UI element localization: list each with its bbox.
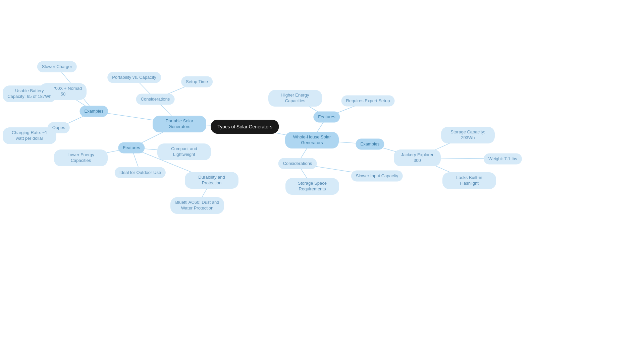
- node-lower_energy[interactable]: Lower Energy Capacities: [54, 149, 108, 166]
- node-weight_71[interactable]: Weight: 7.1 lbs: [484, 154, 522, 165]
- node-usable_battery[interactable]: Usable Battery Capacity: 65 of 187Wh: [3, 85, 56, 102]
- node-wh_features[interactable]: Features: [313, 112, 340, 123]
- node-wholehouse[interactable]: Whole-House Solar Generators: [285, 132, 339, 148]
- center-node[interactable]: Types of Solar Generators: [211, 120, 279, 134]
- node-portability_capacity[interactable]: Portability vs. Capacity: [107, 72, 161, 83]
- node-jackery[interactable]: Jackery Explorer 300: [394, 149, 441, 166]
- node-portable_considerations[interactable]: Considerations: [136, 94, 175, 105]
- node-bluetti[interactable]: Bluetti AC60: Dust and Water Protection: [170, 197, 224, 214]
- node-requires_expert[interactable]: Requires Expert Setup: [341, 96, 395, 107]
- node-storage_293[interactable]: Storage Capacity: 293Wh: [441, 127, 495, 143]
- node-compact_lightweight[interactable]: Compact and Lightweight: [157, 143, 211, 160]
- node-slower_charger[interactable]: Slower Charger: [37, 61, 77, 72]
- node-slower_input[interactable]: Slower Input Capacity: [351, 171, 403, 182]
- node-portable_examples[interactable]: Examples: [79, 106, 108, 117]
- node-charging_rate[interactable]: Charging Rate: ~1 watt per dollar: [3, 127, 56, 144]
- node-durability[interactable]: Durability and Protection: [185, 172, 238, 189]
- node-portable_features[interactable]: Features: [118, 142, 145, 154]
- node-ideal_outdoor[interactable]: Ideal for Outdoor Use: [115, 167, 166, 178]
- node-wh_examples[interactable]: Examples: [356, 139, 384, 150]
- node-setup_time[interactable]: Setup Time: [181, 76, 213, 87]
- node-storage_space[interactable]: Storage Space Requirements: [285, 178, 339, 195]
- node-lacks_flashlight[interactable]: Lacks Built-in Flashlight: [442, 172, 496, 189]
- node-portable[interactable]: Portable Solar Generators: [153, 116, 206, 132]
- node-wh_considerations[interactable]: Considerations: [278, 158, 317, 169]
- node-higher_energy[interactable]: Higher Energy Capacities: [268, 90, 322, 107]
- mindmap-canvas: Types of Solar GeneratorsPortable Solar …: [0, 0, 644, 363]
